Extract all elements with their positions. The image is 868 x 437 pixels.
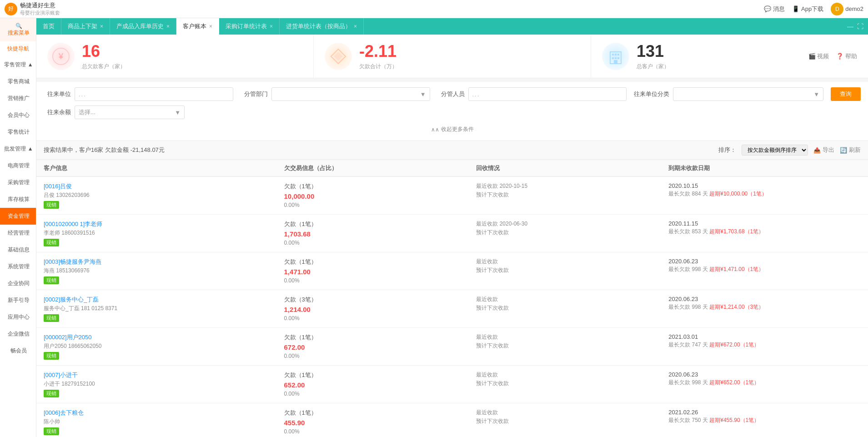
sidebar-quick-nav[interactable]: 快捷导航 xyxy=(0,41,36,56)
message-btn[interactable]: 💬 消息 xyxy=(764,5,785,13)
customer-tag-4: 现销 xyxy=(44,352,59,360)
stat-card-1: ¥ 16 总欠款客户（家） xyxy=(36,35,314,78)
tab-purchase-order-close[interactable]: × xyxy=(270,23,273,30)
tab-expand-btn[interactable]: ⛶ xyxy=(857,23,863,30)
customer-info-5: [0007]小进干 小进干 18279152100 现销 xyxy=(44,371,284,397)
sidebar-item-inventory[interactable]: 库存核算 xyxy=(0,191,36,208)
tab-customer-account-close[interactable]: × xyxy=(209,23,212,30)
sidebar-item-ecommerce[interactable]: 电商管理 xyxy=(0,157,36,174)
sidebar-item-retail-mgmt[interactable]: 零售管理 ▲ xyxy=(0,56,36,73)
refresh-btn[interactable]: 🔄 刷新 xyxy=(840,146,861,154)
customer-tag-6: 现销 xyxy=(44,427,59,435)
sidebar-search[interactable]: 🔍 搜索菜单 xyxy=(0,18,36,41)
overdue-link-6[interactable]: 超期¥455.90（1笔） xyxy=(709,417,759,423)
sidebar-item-batch[interactable]: 批发管理 ▲ xyxy=(0,141,36,157)
customer-info-6: [0006]去下粮仓 陈小帅 现销 xyxy=(44,409,284,435)
sidebar-item-basic-info[interactable]: 基础信息 xyxy=(0,241,36,258)
overdue-link-2[interactable]: 超期¥1,471.00（1笔） xyxy=(709,266,764,272)
debt-amount-0[interactable]: 10,000.00 xyxy=(284,192,477,200)
sidebar-item-operations[interactable]: 经营管理 xyxy=(0,225,36,241)
app-wrapper: 好 畅捷通好生意 母婴行业演示账套 💬 消息 📱 App下载 D demo2 xyxy=(0,0,868,437)
table-row: [000002]用户2050 用户2050 18665062050 现销 欠款（… xyxy=(36,328,868,366)
debt-amount-2[interactable]: 1,471.00 xyxy=(284,268,477,276)
sidebar-item-app-center[interactable]: 应用中心 xyxy=(0,309,36,326)
sidebar-item-label: 应用中心 xyxy=(8,314,30,320)
sidebar-item-label: 企业微信 xyxy=(8,331,30,337)
svg-text:¥: ¥ xyxy=(58,52,64,61)
overdue-link-0[interactable]: 超期¥10,000.00（1笔） xyxy=(709,191,767,197)
due-date-5: 2020.06.23 xyxy=(668,371,861,378)
sidebar-item-capital[interactable]: 资金管理 xyxy=(0,208,36,225)
overdue-link-1[interactable]: 超期¥1,703.68（1笔） xyxy=(709,228,764,235)
debt-amount-6[interactable]: 455.90 xyxy=(284,419,477,427)
overdue-link-3[interactable]: 超期¥1,214.00（3笔） xyxy=(709,304,764,310)
sidebar-item-retail-stats[interactable]: 零售统计 xyxy=(0,124,36,141)
debt-amount-5[interactable]: 652.00 xyxy=(284,381,477,389)
customer-name-4[interactable]: [000002]用户2050 xyxy=(44,333,284,342)
user-menu[interactable]: D demo2 xyxy=(831,3,863,15)
recovery-next-1: 预计下次收款 xyxy=(476,229,668,236)
sidebar-item-corp-coop[interactable]: 企业协同 xyxy=(0,275,36,292)
sidebar-item-newbie[interactable]: 新手引导 xyxy=(0,292,36,309)
tab-customer-account[interactable]: 客户账本 × xyxy=(176,18,219,35)
logo-text: 畅捷通好生意 xyxy=(20,1,60,10)
debt-amount-4[interactable]: 672.00 xyxy=(284,343,477,351)
sidebar-item-system[interactable]: 系统管理 xyxy=(0,258,36,275)
export-label: 导出 xyxy=(823,146,834,154)
sidebar-item-corp-wechat[interactable]: 企业微信 xyxy=(0,326,36,342)
sort-select[interactable]: 按欠款金额倒序排序 xyxy=(742,145,808,156)
table-header: 客户信息 欠交易信息（占比） 回收情况 到期未收款日期 xyxy=(36,161,868,177)
sidebar-item-vip[interactable]: 畅会员 xyxy=(0,342,36,359)
sidebar-item-purchase[interactable]: 采购管理 xyxy=(0,174,36,191)
app-download-btn[interactable]: 📱 App下载 xyxy=(792,5,823,13)
recovery-date-6: 最近收款 xyxy=(476,409,668,417)
stat-value-3: 131 xyxy=(637,42,669,61)
sidebar-item-member[interactable]: 会员中心 xyxy=(0,107,36,124)
sidebar-item-label: 零售管理 xyxy=(4,61,26,68)
customer-name-6[interactable]: [0006]去下粮仓 xyxy=(44,409,284,417)
filter-dept-select[interactable]: ▼ xyxy=(271,87,430,101)
overdue-link-5[interactable]: 超期¥652.00（1笔） xyxy=(709,379,759,386)
tab-product-history-close[interactable]: × xyxy=(166,23,170,30)
tab-purchase-order[interactable]: 采购订单统计表 × xyxy=(219,18,280,35)
filter-person-input[interactable]: ... xyxy=(468,87,627,101)
tab-purchase-stats[interactable]: 进货单统计表（按商品） × xyxy=(280,18,364,35)
tab-product-status[interactable]: 商品上下架 × xyxy=(61,18,110,35)
customer-name-5[interactable]: [0007]小进干 xyxy=(44,371,284,379)
customer-tag-1: 现销 xyxy=(44,239,59,246)
filter-balance-select[interactable]: 选择... ▼ xyxy=(75,105,185,119)
recovery-date-1: 最近收款 2020-06-30 xyxy=(476,220,668,228)
sidebar-item-label: 新手引导 xyxy=(8,297,30,303)
search-button[interactable]: 查询 xyxy=(831,87,861,101)
customer-name-1[interactable]: [0001020000 1]李老师 xyxy=(44,220,284,228)
table-row: [0006]去下粮仓 陈小帅 现销 欠款（1笔） 455.90 0.00% 最近… xyxy=(36,403,868,437)
filter-category-select[interactable]: ▼ xyxy=(673,87,823,101)
customer-name-0[interactable]: [0016]吕俊 xyxy=(44,182,284,191)
overdue-link-4[interactable]: 超期¥672.00（1笔） xyxy=(709,342,759,348)
view-video-btn[interactable]: 🎬 视频 xyxy=(808,52,829,60)
stat-card-2: -2.11 欠款合计（万） xyxy=(314,35,591,78)
recovery-info-4: 最近收款 预计下次收款 xyxy=(476,333,668,350)
debt-amount-1[interactable]: 1,703.68 xyxy=(284,230,477,238)
filter-row-1: 往来单位 ... 分管部门 ▼ xyxy=(44,87,861,101)
customer-name-2[interactable]: [0003]畅捷服务尹海燕 xyxy=(44,258,284,266)
debt-amount-3[interactable]: 1,214.00 xyxy=(284,306,477,313)
tab-product-status-close[interactable]: × xyxy=(100,23,103,30)
customer-name-3[interactable]: [0002]服务中心_丁磊 xyxy=(44,296,284,304)
filter-category-label: 往来单位分类 xyxy=(634,90,669,98)
tab-collapse-btn[interactable]: — xyxy=(847,23,853,30)
filter-unit-input[interactable]: ... xyxy=(75,87,233,101)
tab-product-history[interactable]: 产成品入库单历史 × xyxy=(110,18,176,35)
sidebar-item-retail-mall[interactable]: 零售商城 xyxy=(0,73,36,90)
stat-value-2: -2.11 xyxy=(359,42,397,61)
tab-home[interactable]: 首页 xyxy=(36,18,61,35)
export-btn[interactable]: 📤 导出 xyxy=(813,146,834,154)
help-btn[interactable]: ❓ 帮助 xyxy=(836,52,857,60)
collapse-label: 收起更多条件 xyxy=(441,126,474,133)
tab-purchase-stats-close[interactable]: × xyxy=(354,23,357,30)
due-date-info-3: 2020.06.23 最长欠款 998 天 超期¥1,214.00（3笔） xyxy=(668,296,861,311)
collapse-button[interactable]: ∧∧ 收起更多条件 xyxy=(431,126,474,133)
sidebar-item-marketing[interactable]: 营销推广 xyxy=(0,90,36,107)
debt-info-6: 欠款（1笔） 455.90 0.00% xyxy=(284,409,477,435)
result-actions: 排序： 按欠款金额倒序排序 📤 导出 🔄 刷新 xyxy=(718,145,861,156)
